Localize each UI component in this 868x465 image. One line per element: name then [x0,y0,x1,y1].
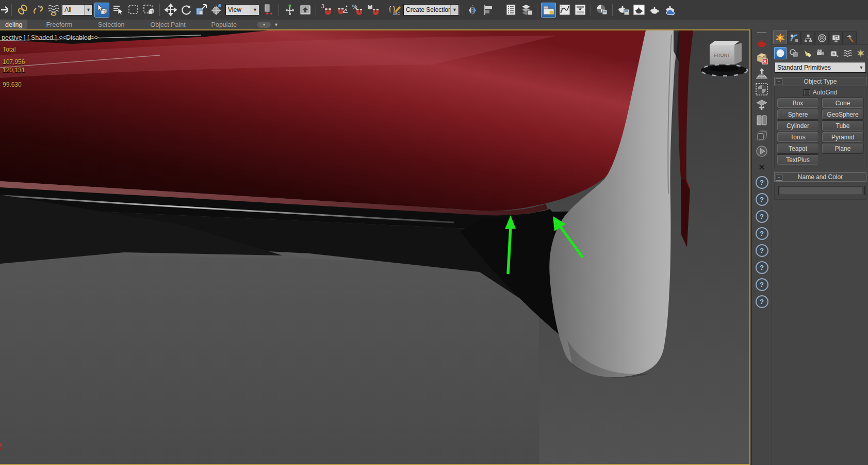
tab-modify[interactable] [787,31,801,44]
help-button[interactable]: ? [756,278,768,291]
perspective-viewport[interactable]: FRONT pective ] [ Shaded ] <<Disabled>> … [0,29,750,465]
collapse-icon[interactable]: - [776,78,782,85]
textplus-button[interactable]: TextPlus [777,155,818,165]
category-lights[interactable] [801,47,813,59]
tab-hierarchy[interactable] [801,31,815,44]
tab-motion[interactable] [815,31,829,44]
snap-toggle-3d-icon[interactable]: 3 [320,3,334,17]
layer-explorer-icon[interactable] [519,3,533,17]
dual-panels-icon[interactable] [755,113,769,127]
box-button[interactable]: Box [777,98,818,108]
category-cameras[interactable] [814,47,827,59]
select-and-rotate-icon[interactable] [179,3,193,17]
ribbon-tab-object-paint[interactable]: Object Paint [143,20,193,29]
ribbon-tab-modeling[interactable]: deling [0,20,27,29]
category-helpers[interactable] [828,47,840,59]
help-button[interactable]: ? [756,295,768,308]
tab-utilities[interactable] [843,31,857,44]
select-object-button[interactable] [94,3,109,18]
ribbon-toggle-button[interactable] [541,3,556,18]
viewport-canvas[interactable]: FRONT [0,30,749,464]
vertex-cube-icon[interactable] [755,129,769,143]
window-crossing-toggle-icon[interactable] [142,3,156,17]
tube-button[interactable]: Tube [822,121,863,131]
cylinder-button[interactable]: Cylinder [777,121,818,131]
percent-snap-icon[interactable]: % [351,3,365,17]
help-button[interactable]: ? [756,210,768,223]
category-space-warps[interactable] [841,47,854,59]
delete-box-icon[interactable] [755,51,769,66]
object-color-swatch[interactable] [864,186,865,195]
angle-snap-icon[interactable] [335,3,349,17]
chevron-down-icon[interactable]: ▼ [84,5,92,15]
tab-display[interactable] [829,31,843,44]
rendered-frame-window-icon[interactable] [632,3,646,17]
render-in-cloud-icon[interactable] [663,3,677,17]
plane-button[interactable]: Plane [822,143,863,153]
schematic-view-icon[interactable] [573,3,587,17]
collapse-icon[interactable]: - [776,174,782,181]
minimize-ribbon-button[interactable]: ▼ [257,22,271,28]
pyramid-button[interactable]: Pyramid [822,132,863,142]
teapot-button[interactable]: Teapot [777,143,818,153]
autogrid-checkbox[interactable] [804,89,810,96]
play-icon[interactable] [755,144,769,158]
ribbon-tab-populate[interactable]: Populate [204,20,244,29]
render-teapot-icon[interactable] [755,36,769,50]
help-button[interactable]: ? [756,176,768,189]
object-name-field[interactable] [778,186,862,195]
reference-coordinate-combo[interactable]: View ▼ [225,4,259,15]
grid-up-arrow-icon[interactable] [755,67,769,81]
sphere-button[interactable]: Sphere [777,109,818,119]
keyboard-shortcut-override-icon[interactable] [298,3,312,17]
torus-button[interactable]: Torus [777,132,818,142]
chevron-down-icon[interactable]: ▼ [450,5,458,15]
geosphere-button[interactable]: GeoSphere [822,109,863,119]
align-icon[interactable] [482,3,496,17]
help-button[interactable]: ? [756,261,768,274]
viewcube-face-label[interactable]: FRONT [714,53,730,58]
select-and-manipulate-icon[interactable] [283,3,297,17]
object-type-rollout-header[interactable]: - Object Type [774,77,866,86]
scene-explorer-icon[interactable] [504,3,518,17]
unlink-selection-icon[interactable] [31,3,45,17]
ribbon-tab-freeform[interactable]: Freeform [39,20,79,29]
edit-named-selection-sets-icon[interactable]: { } ABC [388,3,402,17]
ribbon-tab-selection[interactable]: Selection [91,20,132,29]
select-and-link-icon[interactable] [15,3,29,17]
render-production-icon[interactable] [647,3,661,17]
close-icon[interactable]: × [759,162,764,172]
select-by-name-icon[interactable] [111,3,125,17]
named-sets-combo[interactable]: Create Selection Se ▼ [403,4,459,15]
checker-sphere-icon[interactable] [755,82,769,97]
mirror-icon[interactable] [467,3,481,17]
select-and-scale-icon[interactable] [194,3,208,17]
spinner-snap-icon[interactable] [366,3,380,17]
chevron-down-icon[interactable]: ▼ [251,5,259,15]
help-button[interactable]: ? [756,244,768,257]
cone-button[interactable]: Cone [822,98,863,108]
category-geometry[interactable] [774,47,787,59]
layer-transform-icon[interactable] [755,98,769,112]
ribbon-options-caret-icon[interactable]: ▼ [274,22,279,27]
category-systems[interactable] [855,47,867,59]
use-pivot-point-center-icon[interactable] [261,3,275,17]
viewport-label[interactable]: pective ] [ Shaded ] <<Disabled>> [2,34,99,41]
selection-filter-combo[interactable]: All ▼ [62,4,93,15]
help-button[interactable]: ? [756,227,768,240]
material-editor-icon[interactable] [595,3,609,17]
chevron-down-icon[interactable]: ▼ [857,65,865,70]
select-and-move-icon[interactable] [163,3,177,17]
bind-to-space-warp-icon[interactable] [46,3,60,17]
tab-create[interactable] [773,30,787,44]
redo-icon[interactable] [0,3,8,17]
help-button[interactable]: ? [756,193,768,206]
primitives-dropdown[interactable]: Standard Primitives ▼ [775,62,866,73]
category-shapes[interactable] [788,47,800,59]
rectangular-selection-region-icon[interactable] [126,3,140,17]
toolbar-drag-handle[interactable] [757,32,766,33]
curve-editor-icon[interactable] [558,3,571,17]
select-and-place-icon[interactable] [210,3,224,17]
render-setup-icon[interactable] [616,3,630,17]
name-color-rollout-header[interactable]: - Name and Color [774,172,866,182]
